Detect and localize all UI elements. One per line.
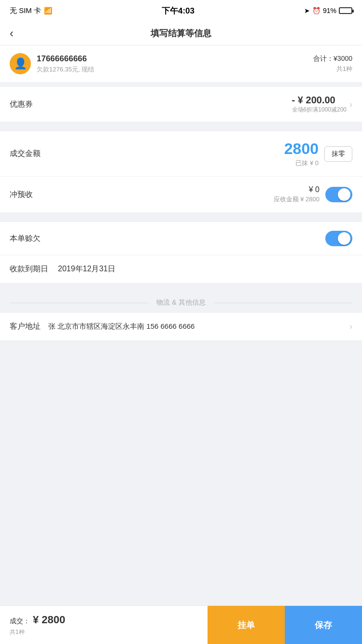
content: 👤 17666666666 欠款1276.35元, 现结 合计：¥3000 共1… [0, 45, 362, 442]
debt-section: 本单赊欠 收款到期日 2019年12月31日 [0, 222, 362, 283]
logistics-line-left [10, 303, 149, 303]
user-total: 合计：¥3000 共1种 [313, 55, 352, 73]
deal-amount-value: 2800 [284, 140, 319, 158]
debt-right [325, 231, 352, 246]
footer-deal-amount: ¥ 2800 [33, 614, 65, 626]
logistics-section-label: 物流 & 其他信息 [149, 298, 213, 307]
prepay-label: 冲预收 [10, 190, 33, 200]
divider-1 [0, 126, 362, 131]
page-title: 填写结算等信息 [151, 28, 211, 39]
deal-amount-row: 成交金额 2800 已抹 ¥ 0 抹零 [0, 131, 362, 177]
prepay-right: ¥ 0 应收金额 ¥ 2800 [274, 185, 352, 204]
back-button[interactable]: ‹ [10, 27, 14, 40]
user-details: 17666666666 欠款1276.35元, 现结 [37, 54, 94, 74]
wifi-icon: 📶 [44, 7, 52, 14]
status-bar: 无 SIM 卡 📶 下午4:03 ➤ ⏰ 91% [0, 0, 362, 21]
prepay-amount: ¥ 0 [274, 185, 320, 194]
prepay-toggle[interactable] [325, 187, 352, 202]
divider-3 [0, 288, 362, 293]
location-icon: ➤ [304, 7, 310, 14]
due-date-value: 2019年12月31日 [58, 264, 115, 274]
debt-label: 本单赊欠 [10, 234, 41, 244]
total-count: 共1种 [313, 65, 352, 73]
footer-count: 共1种 [10, 628, 198, 636]
logistics-divider: 物流 & 其他信息 [0, 293, 362, 313]
deal-amount-right: 2800 已抹 ¥ 0 抹零 [284, 140, 352, 168]
pending-button[interactable]: 挂单 [208, 606, 285, 644]
coupon-right: - ¥ 200.00 全场6折满1000减200 › [292, 95, 352, 114]
battery-text: 91% [323, 7, 336, 14]
deal-amount-sub: 已抹 ¥ 0 [284, 159, 319, 168]
status-right: ➤ ⏰ 91% [304, 7, 352, 14]
save-button[interactable]: 保存 [285, 606, 362, 644]
due-date-label: 收款到期日 [10, 264, 48, 274]
user-debt: 欠款1276.35元, 现结 [37, 65, 94, 74]
user-left: 👤 17666666666 欠款1276.35元, 现结 [10, 53, 94, 74]
due-date-row: 收款到期日 2019年12月31日 [0, 255, 362, 283]
address-label: 客户地址 [10, 322, 41, 332]
avatar: 👤 [10, 53, 31, 74]
deal-amount-label: 成交金额 [10, 149, 41, 159]
deal-amount-section: 成交金额 2800 已抹 ¥ 0 抹零 冲预收 ¥ 0 应收金额 ¥ 2800 [0, 131, 362, 212]
prepay-row: 冲预收 ¥ 0 应收金额 ¥ 2800 [0, 177, 362, 212]
debt-toggle[interactable] [325, 231, 352, 246]
time-display: 下午4:03 [162, 5, 195, 16]
coupon-label: 优惠券 [10, 99, 33, 110]
status-left: 无 SIM 卡 📶 [10, 6, 52, 15]
coupon-chevron-icon: › [349, 99, 352, 110]
footer-summary: 成交： ¥ 2800 共1种 [0, 614, 208, 636]
debt-row: 本单赊欠 [0, 222, 362, 255]
coupon-amount: - ¥ 200.00 [292, 95, 347, 106]
alarm-icon: ⏰ [312, 7, 320, 14]
coupon-row[interactable]: 优惠券 - ¥ 200.00 全场6折满1000减200 › [0, 87, 362, 122]
divider-2 [0, 217, 362, 222]
prepay-sub: 应收金额 ¥ 2800 [274, 195, 320, 204]
footer-deal-label: 成交： [10, 617, 30, 626]
user-info-section: 👤 17666666666 欠款1276.35元, 现结 合计：¥3000 共1… [0, 45, 362, 82]
user-phone: 17666666666 [37, 54, 94, 64]
address-value: 张 北京市市辖区海淀区永丰南 156 6666 6666 [48, 322, 349, 331]
battery-icon [339, 7, 352, 14]
avatar-icon: 👤 [14, 57, 27, 70]
total-amount-label: 合计：¥3000 [313, 55, 352, 63]
bottom-gray-area [0, 340, 362, 398]
nav-bar: ‹ 填写结算等信息 [0, 21, 362, 45]
address-row[interactable]: 客户地址 张 北京市市辖区海淀区永丰南 156 6666 6666 › [0, 313, 362, 340]
footer-deal-row: 成交： ¥ 2800 [10, 614, 198, 626]
coupon-desc: 全场6折满1000减200 [292, 106, 347, 114]
carrier-text: 无 SIM 卡 [10, 6, 41, 15]
round-button[interactable]: 抹零 [324, 146, 352, 162]
address-chevron-icon: › [349, 322, 352, 332]
footer-bar: 成交： ¥ 2800 共1种 挂单 保存 [0, 605, 362, 644]
logistics-line-right [213, 303, 352, 303]
